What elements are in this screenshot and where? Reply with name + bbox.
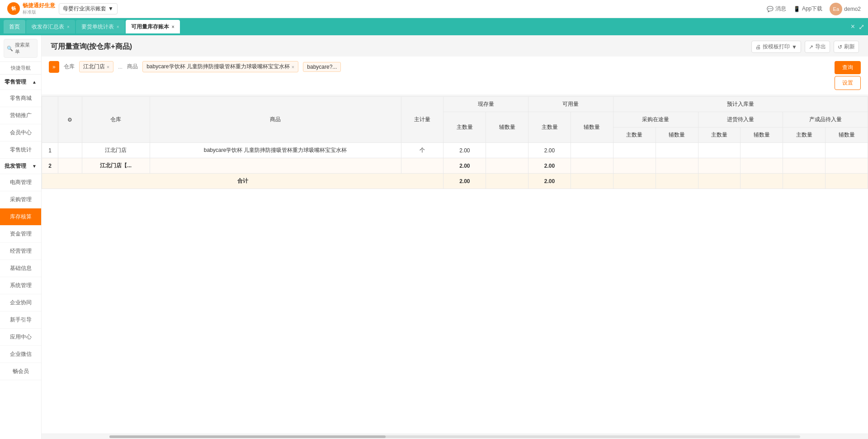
sidebar-item-ops-mgmt[interactable]: 经营管理 bbox=[0, 243, 41, 260]
sidebar-item-batch-mgmt[interactable]: 批发管理 ▼ bbox=[0, 159, 41, 174]
top-bar: 畅 畅捷通好生意 标准版 母婴行业演示账套 ▼ 💬 消息 📱 App下载 Ea … bbox=[0, 0, 868, 18]
tab-available-stock[interactable]: 可用量库存账本 × bbox=[126, 20, 180, 33]
sidebar-item-new-guide[interactable]: 新手引导 bbox=[0, 312, 41, 329]
refresh-button[interactable]: ↺ 刷新 bbox=[834, 41, 859, 53]
row-product-2 bbox=[150, 158, 401, 174]
sidebar-ecommerce-label: 电商管理 bbox=[10, 179, 32, 186]
sidebar-item-retail-mall[interactable]: 零售商城 bbox=[0, 90, 41, 107]
tab-home[interactable]: 首页 bbox=[4, 20, 25, 33]
logo-sub: 标准版 bbox=[23, 9, 55, 15]
settings-button[interactable]: 设置 bbox=[835, 76, 861, 90]
footer-production-aux bbox=[826, 174, 868, 189]
filter-row: 仓库 江北门店 × ... 商品 babycare学饮杯 儿童防摔防撞吸管杯重力… bbox=[64, 61, 830, 72]
th-current-stock-group: 现存量 bbox=[443, 97, 528, 112]
quick-nav-label: 快捷导航 bbox=[11, 65, 31, 71]
sidebar-item-finance-mgmt[interactable]: 资金管理 bbox=[0, 226, 41, 243]
tab-order-stats[interactable]: 要货单统计表 × bbox=[76, 20, 125, 33]
close-receipt-summary-icon[interactable]: × bbox=[67, 24, 70, 29]
footer-available-aux bbox=[571, 174, 613, 189]
industry-label: 母婴行业演示账套 bbox=[63, 5, 106, 13]
print-icon: 🖨 bbox=[755, 44, 761, 50]
th-pending-aux: 辅数量 bbox=[741, 127, 783, 143]
logo-area: 畅 畅捷通好生意 标准版 bbox=[7, 2, 55, 15]
sidebar-item-enterprise-wechat[interactable]: 企业微信 bbox=[0, 346, 41, 363]
close-all-tabs-icon[interactable]: × bbox=[851, 23, 855, 31]
chevron-down-icon: ▼ bbox=[108, 5, 113, 12]
industry-selector[interactable]: 母婴行业演示账套 ▼ bbox=[59, 3, 118, 14]
sidebar-item-app-center[interactable]: 应用中心 bbox=[0, 329, 41, 346]
row-production-main-1 bbox=[783, 143, 826, 158]
logo-text-area: 畅捷通好生意 标准版 bbox=[23, 2, 55, 15]
phone-icon: 📱 bbox=[793, 6, 800, 12]
th-pending-main: 主数量 bbox=[698, 127, 741, 143]
horizontal-scrollbar[interactable] bbox=[42, 434, 868, 439]
refresh-icon: ↺ bbox=[838, 44, 842, 50]
sidebar-item-ecommerce[interactable]: 电商管理 bbox=[0, 174, 41, 191]
print-template-button[interactable]: 🖨 按模板打印 ▼ bbox=[751, 41, 801, 53]
product-tag2[interactable]: babycare?... bbox=[303, 62, 341, 72]
warehouse-tag[interactable]: 江北门店 × bbox=[79, 61, 113, 72]
user-area[interactable]: Ea demo2 bbox=[830, 3, 861, 15]
warehouse-more[interactable]: ... bbox=[118, 64, 123, 70]
sidebar-item-member-center[interactable]: 会员中心 bbox=[0, 124, 41, 142]
data-table: ⚙ 仓库 商品 主计量 现存量 可用量 预计入库量 主数量 辅数量 主数量 辅数… bbox=[42, 96, 868, 189]
sidebar-item-marketing[interactable]: 营销推广 bbox=[0, 107, 41, 124]
sidebar-item-purchase-mgmt[interactable]: 采购管理 bbox=[0, 191, 41, 208]
row-purchase-aux-1 bbox=[656, 143, 698, 158]
close-available-stock-icon[interactable]: × bbox=[172, 24, 175, 29]
page-actions: 🖨 按模板打印 ▼ ↗ 导出 ↺ 刷新 bbox=[751, 41, 859, 53]
tab-order-stats-label: 要货单统计表 bbox=[81, 23, 114, 31]
nav-tabs-right: × ⤢ bbox=[851, 23, 864, 31]
row-settings-2[interactable] bbox=[58, 158, 82, 174]
sidebar-item-member[interactable]: 畅会员 bbox=[0, 363, 41, 380]
content-area: 可用量查询(按仓库+商品) 🖨 按模板打印 ▼ ↗ 导出 ↺ 刷新 » bbox=[42, 35, 868, 439]
row-settings-1[interactable] bbox=[58, 143, 82, 158]
sidebar-item-retail-stats[interactable]: 零售统计 bbox=[0, 142, 41, 159]
footer-current-aux bbox=[486, 174, 528, 189]
export-label: 导出 bbox=[815, 43, 826, 51]
sidebar-enterprise-wechat-label: 企业微信 bbox=[10, 350, 32, 358]
sidebar-item-basic-info[interactable]: 基础信息 bbox=[0, 260, 41, 277]
sidebar-item-sys-mgmt[interactable]: 系统管理 bbox=[0, 277, 41, 294]
main-layout: 🔍 搜索菜单 快捷导航 零售管理 ▲ 零售商城 营销推广 会员中心 零售统计 批… bbox=[0, 35, 868, 439]
sidebar-new-guide-label: 新手引导 bbox=[10, 316, 32, 324]
row-unit-2 bbox=[401, 158, 443, 174]
sidebar-item-retail-mgmt[interactable]: 零售管理 ▲ bbox=[0, 75, 41, 90]
warehouse-filter-label: 仓库 bbox=[64, 63, 75, 71]
sidebar-item-inventory-check[interactable]: 库存核算 bbox=[0, 208, 41, 226]
app-download-action[interactable]: 📱 App下载 bbox=[793, 5, 822, 13]
th-available-main-qty: 主数量 bbox=[528, 112, 571, 143]
product-tag1[interactable]: babycare学饮杯 儿童防摔防撞吸管杯重力球吸嘴杯宝宝水杯 × bbox=[142, 61, 298, 72]
close-order-stats-icon[interactable]: × bbox=[117, 24, 119, 29]
logo-icon: 畅 bbox=[7, 2, 20, 15]
export-button[interactable]: ↗ 导出 bbox=[805, 41, 830, 53]
sidebar-item-enterprise-collab[interactable]: 企业协同 bbox=[0, 294, 41, 312]
th-purchase-aux: 辅数量 bbox=[656, 127, 698, 143]
message-action[interactable]: 💬 消息 bbox=[767, 5, 786, 13]
footer-current-main: 2.00 bbox=[443, 174, 486, 189]
scrollbar-track[interactable] bbox=[109, 435, 800, 438]
print-dropdown-icon: ▼ bbox=[792, 44, 797, 50]
footer-purchase-aux bbox=[656, 174, 698, 189]
sidebar-basic-info-label: 基础信息 bbox=[10, 264, 32, 272]
filter-toggle-button[interactable]: » bbox=[49, 61, 59, 73]
th-available-aux-qty: 辅数量 bbox=[571, 112, 613, 143]
product-tag1-remove-icon[interactable]: × bbox=[292, 64, 294, 70]
maximize-icon[interactable]: ⤢ bbox=[859, 23, 864, 31]
scrollbar-thumb[interactable] bbox=[109, 435, 386, 438]
th-pending-receipt-group: 进货待入量 bbox=[698, 112, 783, 127]
row-available-aux-1 bbox=[571, 143, 613, 158]
sidebar-inventory-check-label: 库存核算 bbox=[10, 213, 32, 221]
sidebar-sys-mgmt-label: 系统管理 bbox=[10, 282, 32, 289]
tab-receipt-summary[interactable]: 收发存汇总表 × bbox=[26, 20, 75, 33]
table-container: ⚙ 仓库 商品 主计量 现存量 可用量 预计入库量 主数量 辅数量 主数量 辅数… bbox=[42, 96, 868, 434]
sidebar-retail-mgmt-label: 零售管理 bbox=[5, 78, 26, 86]
query-button[interactable]: 查询 bbox=[835, 61, 861, 74]
warehouse-tag-remove-icon[interactable]: × bbox=[107, 64, 109, 70]
quick-nav-button[interactable]: 快捷导航 bbox=[0, 62, 41, 75]
search-menu-button[interactable]: 🔍 搜索菜单 bbox=[4, 39, 38, 58]
gear-icon[interactable]: ⚙ bbox=[67, 117, 72, 123]
th-available-group: 可用量 bbox=[528, 97, 613, 112]
avatar: Ea bbox=[830, 3, 842, 15]
row-production-aux-1 bbox=[826, 143, 868, 158]
